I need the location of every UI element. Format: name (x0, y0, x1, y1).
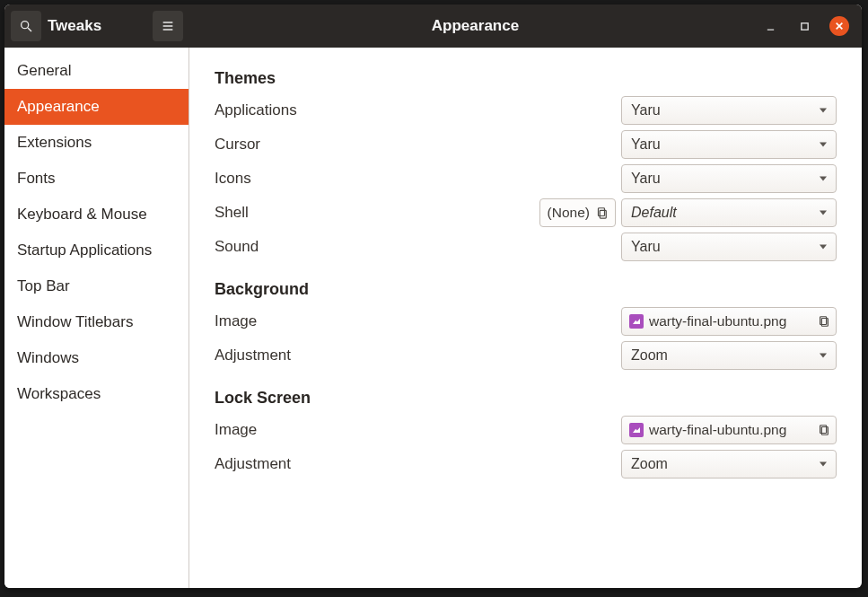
label-ls-adjustment: Adjustment (215, 455, 291, 473)
document-icon (595, 206, 608, 219)
titlebar-left: Tweaks (4, 11, 189, 41)
window-body: General Appearance Extensions Fonts Keyb… (4, 48, 862, 588)
combo-cursor-value: Yaru (631, 136, 661, 153)
minimize-icon (766, 22, 776, 31)
page-title: Appearance (189, 17, 761, 35)
content-area: Themes Applications Yaru Cursor Yaru Ico… (189, 48, 862, 588)
section-title-lockscreen: Lock Screen (215, 389, 837, 408)
combo-applications[interactable]: Yaru (621, 96, 837, 125)
close-icon (835, 22, 844, 31)
combo-icons-value: Yaru (631, 171, 661, 187)
document-icon (818, 424, 830, 436)
shell-group: (None) Default (539, 198, 837, 227)
combo-shell-value: Default (631, 205, 677, 221)
chevron-down-icon (820, 211, 827, 215)
chevron-down-icon (820, 109, 827, 113)
label-applications: Applications (215, 101, 297, 119)
row-bg-adjustment: Adjustment Zoom (215, 338, 837, 373)
svg-rect-10 (600, 210, 606, 218)
image-icon (629, 423, 644, 437)
sidebar-item-appearance[interactable]: Appearance (4, 89, 189, 125)
label-bg-image: Image (215, 312, 257, 330)
chevron-down-icon (820, 354, 827, 358)
sidebar-item-extensions[interactable]: Extensions (4, 125, 189, 161)
row-ls-adjustment: Adjustment Zoom (215, 447, 837, 481)
shell-locked-box[interactable]: (None) (539, 198, 616, 227)
tweaks-window: Tweaks Appearance General Appearance Ext… (4, 4, 862, 588)
search-icon (19, 19, 33, 33)
chevron-down-icon (820, 143, 827, 147)
row-sound: Sound Yaru (215, 230, 837, 264)
svg-line-1 (28, 28, 31, 31)
sidebar-item-fonts[interactable]: Fonts (4, 161, 189, 197)
label-ls-image: Image (215, 421, 257, 439)
sidebar: General Appearance Extensions Fonts Keyb… (4, 48, 189, 588)
combo-sound-value: Yaru (631, 239, 661, 255)
sidebar-item-windows[interactable]: Windows (4, 340, 189, 376)
file-chooser-background[interactable]: warty-final-ubuntu.png (621, 307, 837, 336)
sidebar-item-top-bar[interactable]: Top Bar (4, 268, 189, 304)
row-applications: Applications Yaru (215, 93, 837, 127)
file-bg-value: warty-final-ubuntu.png (649, 313, 812, 329)
combo-bg-adjustment[interactable]: Zoom (621, 341, 837, 370)
sidebar-item-general[interactable]: General (4, 53, 189, 89)
row-icons: Icons Yaru (215, 162, 837, 196)
row-shell: Shell (None) Default (215, 196, 837, 230)
hamburger-icon (161, 19, 175, 33)
section-title-background: Background (215, 280, 837, 299)
combo-cursor[interactable]: Yaru (621, 130, 837, 159)
close-button[interactable] (829, 16, 849, 36)
label-icons: Icons (215, 170, 251, 188)
minimize-button[interactable] (761, 17, 779, 35)
menu-button[interactable] (153, 11, 183, 41)
combo-bg-adjustment-value: Zoom (631, 347, 668, 364)
row-bg-image: Image warty-final-ubuntu.png (215, 304, 837, 338)
combo-ls-adjustment[interactable]: Zoom (621, 450, 837, 478)
titlebar: Tweaks Appearance (4, 4, 862, 48)
combo-applications-value: Yaru (631, 102, 661, 119)
chevron-down-icon (820, 462, 827, 467)
combo-ls-adjustment-value: Zoom (631, 456, 668, 472)
section-title-themes: Themes (215, 69, 837, 88)
sidebar-item-keyboard-mouse[interactable]: Keyboard & Mouse (4, 197, 189, 233)
sidebar-item-workspaces[interactable]: Workspaces (4, 376, 189, 412)
image-icon (629, 314, 644, 329)
label-bg-adjustment: Adjustment (215, 347, 291, 364)
file-chooser-lockscreen[interactable]: warty-final-ubuntu.png (621, 416, 837, 444)
label-sound: Sound (215, 238, 259, 256)
maximize-button[interactable] (795, 17, 813, 35)
label-shell: Shell (215, 204, 249, 222)
file-ls-value: warty-final-ubuntu.png (649, 422, 812, 438)
sidebar-item-startup-applications[interactable]: Startup Applications (4, 233, 189, 268)
chevron-down-icon (820, 177, 827, 181)
svg-point-0 (22, 22, 29, 29)
chevron-down-icon (820, 245, 827, 250)
row-cursor: Cursor Yaru (215, 127, 837, 162)
svg-rect-9 (599, 208, 605, 216)
document-icon (818, 315, 830, 328)
app-title: Tweaks (48, 17, 146, 35)
svg-rect-6 (801, 22, 807, 29)
combo-sound[interactable]: Yaru (621, 233, 837, 261)
combo-shell[interactable]: Default (621, 198, 837, 227)
window-controls (761, 16, 862, 36)
label-cursor: Cursor (215, 136, 260, 154)
shell-locked-value: (None) (548, 205, 590, 221)
combo-icons[interactable]: Yaru (621, 164, 837, 193)
row-ls-image: Image warty-final-ubuntu.png (215, 413, 837, 447)
maximize-icon (800, 22, 810, 31)
sidebar-item-window-titlebars[interactable]: Window Titlebars (4, 304, 189, 340)
search-button[interactable] (11, 11, 41, 41)
